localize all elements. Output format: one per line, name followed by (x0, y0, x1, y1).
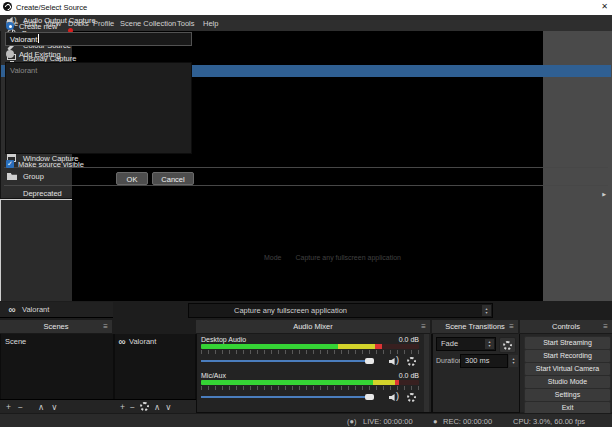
move-source-down-button[interactable]: ∨ (165, 402, 171, 412)
add-existing-radio[interactable] (6, 50, 14, 58)
source-list-item[interactable]: Valorant (129, 337, 156, 346)
properties-source-name: Valorant (22, 305, 49, 314)
audio-mixer-panel-menu-icon[interactable]: ≡ (421, 320, 426, 333)
sources-toolbar: + − ∧ ∨ (114, 399, 200, 413)
dialog-close-icon[interactable]: ✕ (601, 2, 608, 11)
settings-button[interactable]: Settings (524, 388, 611, 402)
add-scene-button[interactable]: + (6, 402, 11, 412)
properties-source-row: ∞ Valorant (0, 302, 113, 318)
speaker-mute-icon[interactable] (389, 393, 401, 402)
submenu-arrow-icon: ▶ (602, 191, 606, 197)
dialog-title: Create/Select Source (16, 3, 87, 12)
meter-ticks (201, 386, 419, 390)
scene-transitions-title: Scene Transitions (445, 322, 505, 331)
sources-list[interactable]: ∞ Valorant (114, 334, 196, 400)
mixer-channel-level: 0.0 dB (399, 372, 419, 379)
scenes-title: Scenes (43, 322, 68, 331)
rec-dot-icon: ● (433, 417, 438, 426)
mode-combobox-value: Capture any fullscreen application (234, 304, 347, 317)
gear-icon (503, 341, 512, 350)
mixer-channel-name: Mic/Aux (201, 372, 226, 379)
audio-mixer-title: Audio Mixer (293, 322, 333, 331)
studio-mode-button[interactable]: Studio Mode (524, 375, 611, 389)
mixer-scrollbar[interactable] (424, 334, 429, 412)
combobox-spinner-icon[interactable]: ▴▾ (482, 305, 491, 316)
duration-spinner-icon[interactable]: ▴▾ (509, 355, 518, 367)
scene-list-item[interactable]: Scene (5, 337, 26, 346)
scenes-panel-menu-icon[interactable]: ≡ (103, 320, 108, 333)
transition-gear-button[interactable] (499, 337, 516, 353)
move-source-up-button[interactable]: ∧ (154, 402, 160, 412)
channel-gear-icon[interactable] (407, 357, 416, 366)
audio-mixer-panel-header: Audio Mixer ≡ (196, 320, 430, 334)
menu-item-audio-output-capture[interactable]: Audio Output Capture (1, 15, 611, 28)
create-new-label: Create new (19, 22, 57, 31)
mode-value: Capture any fullscreen application (296, 254, 401, 261)
scenes-toolbar: + − ∧ ∨ (0, 399, 118, 413)
ok-button[interactable]: OK (116, 172, 148, 185)
scene-transitions-body: Fade ▴▾ Duration 300 ms ▴▾ (432, 334, 520, 413)
menu-item-label: Group (23, 172, 44, 181)
menu-item-deprecated[interactable]: Deprecated ▶ (1, 188, 611, 201)
transition-value: Fade (441, 339, 458, 348)
dialog-title-bar[interactable]: Create/Select Source ✕ (0, 0, 612, 13)
menu-item-label: Deprecated (23, 189, 62, 198)
scene-transitions-panel-menu-icon[interactable]: ≡ (509, 320, 514, 333)
mixer-channel-level: 0.0 dB (399, 336, 419, 343)
start-streaming-button[interactable]: Start Streaming (524, 336, 611, 350)
move-scene-up-button[interactable]: ∧ (38, 402, 44, 412)
slider-track (201, 360, 370, 362)
gamepad-icon: ∞ (7, 305, 17, 315)
controls-body: Start Streaming Start Recording Start Vi… (520, 334, 612, 412)
live-broadcast-icon: (●) (347, 417, 357, 426)
source-name-input[interactable]: Valorant (5, 32, 192, 46)
source-name-value: Valorant (10, 35, 37, 44)
scenes-panel-header: Scenes ≡ (0, 320, 112, 334)
visible-checkbox[interactable]: ✓ (6, 160, 14, 168)
slider-handle[interactable] (365, 358, 374, 364)
start-recording-button[interactable]: Start Recording (524, 349, 611, 363)
scenes-list[interactable]: Scene (0, 334, 114, 400)
add-existing-label: Add Existing (19, 50, 61, 59)
speaker-mute-icon[interactable] (389, 357, 401, 366)
folder-icon (7, 171, 17, 181)
volume-meter (201, 344, 419, 349)
obs-main-window: OBS 27.2.4 (64-bit, windows) - Profile: … (0, 0, 612, 427)
remove-source-button[interactable]: − (130, 402, 135, 412)
menu-item-group[interactable]: Group (1, 170, 611, 183)
mode-combobox[interactable]: Capture any fullscreen application ▴▾ (188, 303, 493, 318)
slider-track (201, 396, 370, 398)
obs-logo-icon (3, 2, 12, 11)
volume-slider[interactable] (201, 357, 381, 365)
menu-separator (4, 185, 608, 186)
volume-meter (201, 380, 419, 385)
cpu-fps-status: CPU: 3.0%, 60.00 fps (513, 417, 585, 426)
existing-sources-list[interactable]: Valorant (5, 62, 192, 154)
transition-combobox[interactable]: Fade ▴▾ (436, 337, 496, 351)
combobox-spinner-icon[interactable]: ▴▾ (485, 339, 494, 349)
slider-handle[interactable] (365, 394, 374, 400)
source-properties-gear-icon[interactable] (140, 402, 149, 411)
start-virtual-camera-button[interactable]: Start Virtual Camera (524, 362, 611, 376)
audio-mixer-body: Desktop Audio 0.0 dB Mic/Aux 0.0 dB (196, 334, 432, 413)
scene-transitions-panel-header: Scene Transitions ≡ (432, 320, 518, 334)
gamepad-icon: ∞ (117, 337, 127, 347)
mixer-channel-name: Desktop Audio (201, 336, 246, 343)
rec-status: REC: 00:00:00 (443, 417, 492, 426)
duration-label: Duration (436, 357, 462, 364)
volume-slider[interactable] (201, 393, 381, 401)
move-scene-down-button[interactable]: ∨ (51, 402, 57, 412)
duration-spinbox[interactable]: 300 ms (460, 354, 508, 368)
meter-ticks (201, 350, 419, 354)
add-source-button[interactable]: + (120, 402, 125, 412)
visible-checkbox-label: Make source visible (18, 160, 84, 169)
create-new-radio[interactable] (6, 22, 14, 30)
controls-title: Controls (552, 322, 580, 331)
cancel-button[interactable]: Cancel (152, 172, 194, 185)
menu-separator (4, 167, 608, 168)
text-caret (38, 34, 39, 43)
controls-panel-menu-icon[interactable]: ≡ (603, 320, 608, 333)
existing-source-item[interactable]: Valorant (10, 66, 37, 75)
remove-scene-button[interactable]: − (18, 402, 23, 412)
channel-gear-icon[interactable] (407, 393, 416, 402)
